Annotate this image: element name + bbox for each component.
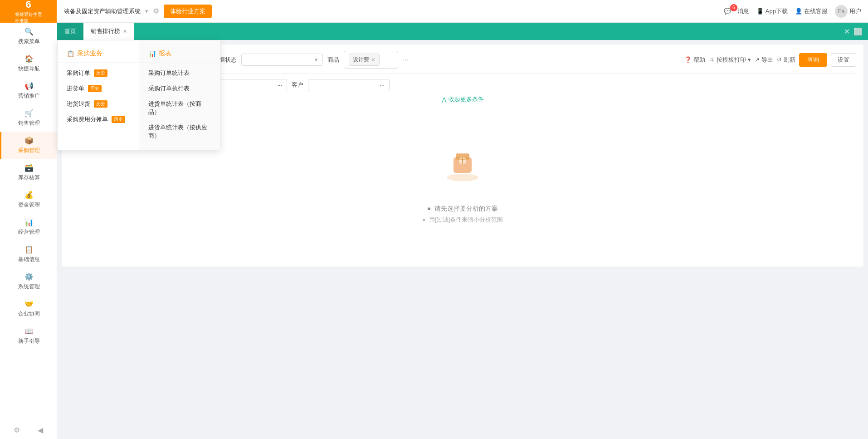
salesperson-more-btn[interactable]: ··· bbox=[277, 82, 282, 89]
tab-home[interactable]: 首页 bbox=[57, 23, 83, 40]
tab-maximize-icon[interactable]: ⬜ bbox=[853, 27, 863, 36]
purchase-goods-history: 历史 bbox=[88, 85, 102, 92]
sidebar-item-base[interactable]: 📋 基础信息 bbox=[0, 241, 57, 268]
goods-tag: 设计费 ✕ bbox=[349, 54, 380, 66]
dropdown-item-purchase-goods[interactable]: 进货单 历史 bbox=[58, 81, 139, 96]
help-btn[interactable]: ❓ 帮助 bbox=[684, 56, 705, 64]
purchase-return-history: 历史 bbox=[94, 100, 107, 108]
finance-icon: 💰 bbox=[24, 191, 34, 199]
dropdown-item-purchase-order[interactable]: 采购订单 历史 bbox=[58, 65, 139, 81]
dropdown-item-supplier-stat[interactable]: 进货单统计表（按供应商） bbox=[139, 120, 220, 143]
search-icon: 🔍 bbox=[24, 27, 34, 36]
goods-tag-close[interactable]: ✕ bbox=[371, 57, 375, 63]
dropdown-purchase-col: 📋 采购业务 采购订单 历史 进货单 历史 进货退货 历史 采购费用分摊单 历史 bbox=[58, 40, 139, 150]
sidebar-item-label: 销售管理 bbox=[18, 119, 40, 127]
customer-select[interactable]: ··· bbox=[308, 79, 390, 91]
print-dropdown-icon: ▾ bbox=[748, 56, 751, 63]
doc-status-select[interactable]: ▾ bbox=[241, 54, 323, 66]
supplier-stat-label: 进货单统计表（按供应商） bbox=[148, 123, 211, 140]
sidebar-collapse-btn[interactable]: ◀ bbox=[38, 426, 43, 434]
sidebar-item-marketing[interactable]: 📢 营销推广 bbox=[0, 77, 57, 104]
purchase-order-history: 历史 bbox=[94, 69, 107, 77]
header-dropdown-icon[interactable]: ▾ bbox=[145, 8, 148, 15]
header-message[interactable]: 💬 6 消息 bbox=[724, 7, 749, 15]
tab-end-icons: ✕ ⬜ bbox=[844, 27, 868, 36]
system-icon: ⚙️ bbox=[24, 272, 34, 281]
report-col-title-text: 报表 bbox=[159, 49, 171, 58]
phone-icon: 📱 bbox=[756, 8, 764, 15]
sidebar-item-finance[interactable]: 💰 资金管理 bbox=[0, 186, 57, 213]
print-label: 按模板打印 bbox=[717, 56, 746, 64]
sidebar-item-search[interactable]: 🔍 搜索菜单 bbox=[0, 23, 57, 50]
header-app-download[interactable]: 📱 App下载 bbox=[756, 7, 788, 15]
sidebar-item-label: 库存核算 bbox=[18, 174, 40, 182]
sidebar-settings-btn[interactable]: ⚙ bbox=[14, 426, 20, 434]
refresh-btn[interactable]: ↺ 刷新 bbox=[777, 56, 795, 64]
header-gear-icon[interactable]: ⚙ bbox=[153, 7, 159, 15]
marketing-icon: 📢 bbox=[24, 82, 34, 90]
tab-close-all-icon[interactable]: ✕ bbox=[844, 27, 850, 36]
sidebar-item-guide[interactable]: 📖 新手引导 bbox=[0, 322, 57, 350]
customer-label: 客户 bbox=[292, 81, 303, 89]
guide-icon: 📖 bbox=[24, 327, 34, 335]
cooperation-icon: 🤝 bbox=[24, 300, 34, 308]
purchase-icon: 📦 bbox=[24, 136, 34, 145]
empty-bullet2: ● bbox=[422, 216, 426, 223]
sales-icon: 🛒 bbox=[24, 109, 34, 118]
purchase-return-label: 进货退货 bbox=[67, 100, 90, 108]
sidebar-item-label: 基础信息 bbox=[18, 256, 40, 263]
print-template-btn[interactable]: 🖨 按模板打印 ▾ bbox=[709, 56, 751, 64]
purchase-cost-history: 历史 bbox=[112, 116, 125, 123]
dropdown-overlay: 📋 采购业务 采购订单 历史 进货单 历史 进货退货 历史 采购费用分摊单 历史 bbox=[57, 40, 220, 150]
sidebar-item-quick[interactable]: 🏠 快捷导航 bbox=[0, 50, 57, 77]
export-icon: ↗ bbox=[755, 56, 760, 63]
collapse-more-conditions[interactable]: ⋀ 收起更多条件 bbox=[442, 95, 484, 104]
inventory-icon: 🗃️ bbox=[24, 163, 34, 172]
report-col-icon: 📊 bbox=[148, 50, 156, 57]
dropdown-item-purchase-cost[interactable]: 采购费用分摊单 历史 bbox=[58, 112, 139, 127]
settings-button[interactable]: 设置 bbox=[831, 53, 856, 67]
dropdown-item-purchase-return[interactable]: 进货退货 历史 bbox=[58, 96, 139, 112]
sidebar-item-label: 营销推广 bbox=[18, 92, 40, 100]
experience-button[interactable]: 体验行业方案 bbox=[164, 5, 212, 18]
sidebar-item-inventory[interactable]: 🗃️ 库存核算 bbox=[0, 159, 57, 186]
sidebar-item-cooperation[interactable]: 🤝 企业协同 bbox=[0, 295, 57, 322]
sidebar-item-purchase[interactable]: 📦 采购管理 bbox=[0, 132, 57, 159]
purchase-order-label: 采购订单 bbox=[67, 69, 90, 77]
dropdown-item-goods-stat[interactable]: 进货单统计表（按商品） bbox=[139, 96, 220, 120]
help-label: 帮助 bbox=[693, 56, 705, 64]
goods-more-btn[interactable]: ··· bbox=[403, 56, 409, 64]
home-icon: 🏠 bbox=[24, 54, 34, 63]
sidebar-item-system[interactable]: ⚙️ 系统管理 bbox=[0, 268, 57, 295]
collapse-icon: ⋀ bbox=[442, 96, 447, 103]
avatar: Ea bbox=[835, 5, 848, 18]
query-button[interactable]: 查询 bbox=[799, 53, 827, 67]
export-btn[interactable]: ↗ 导出 bbox=[755, 56, 773, 64]
goods-filter[interactable]: 设计费 ✕ bbox=[344, 51, 398, 69]
empty-bullet1: ● bbox=[427, 205, 431, 212]
export-label: 导出 bbox=[761, 56, 773, 64]
message-badge: 6 bbox=[730, 4, 737, 11]
empty-tip2-text: 用[过滤]条件来缩小分析范围 bbox=[429, 216, 503, 223]
customer-more-btn[interactable]: ··· bbox=[380, 82, 385, 89]
dropdown-item-purchase-order-stat[interactable]: 采购订单统计表 bbox=[139, 65, 220, 81]
tab-sales-ranking[interactable]: 销售排行榜 ✕ bbox=[83, 23, 134, 40]
header-online-service[interactable]: 👤 在线客服 bbox=[795, 7, 828, 15]
sidebar-item-label: 企业协同 bbox=[18, 310, 40, 318]
tab-close-icon[interactable]: ✕ bbox=[123, 29, 127, 35]
toolbar-right: ❓ 帮助 🖨 按模板打印 ▾ ↗ 导出 ↺ 刷新 查询 设置 bbox=[684, 53, 856, 67]
sidebar-bottom: ⚙ ◀ bbox=[0, 421, 57, 439]
sidebar-item-sales[interactable]: 🛒 销售管理 bbox=[0, 104, 57, 132]
dropdown-item-purchase-order-exec[interactable]: 采购订单执行表 bbox=[139, 81, 220, 96]
doc-status-dropdown-icon: ▾ bbox=[315, 56, 318, 63]
purchase-col-title-text: 采购业务 bbox=[77, 49, 102, 58]
goods-stat-label: 进货单统计表（按商品） bbox=[148, 100, 211, 116]
dropdown-report-title: 📊 报表 bbox=[139, 47, 220, 63]
sidebar-item-operation[interactable]: 📊 经营管理 bbox=[0, 213, 57, 241]
header-user[interactable]: Ea 用户 bbox=[835, 5, 861, 18]
goods-tag-text: 设计费 bbox=[353, 56, 369, 64]
dropdown-report-col: 📊 报表 采购订单统计表 采购订单执行表 进货单统计表（按商品） 进货单统计表（… bbox=[139, 40, 220, 150]
empty-tip2: ● 用[过滤]条件来缩小分析范围 bbox=[422, 216, 503, 224]
dropdown-purchase-title: 📋 采购业务 bbox=[58, 47, 139, 63]
app-download-label: App下载 bbox=[766, 7, 788, 15]
